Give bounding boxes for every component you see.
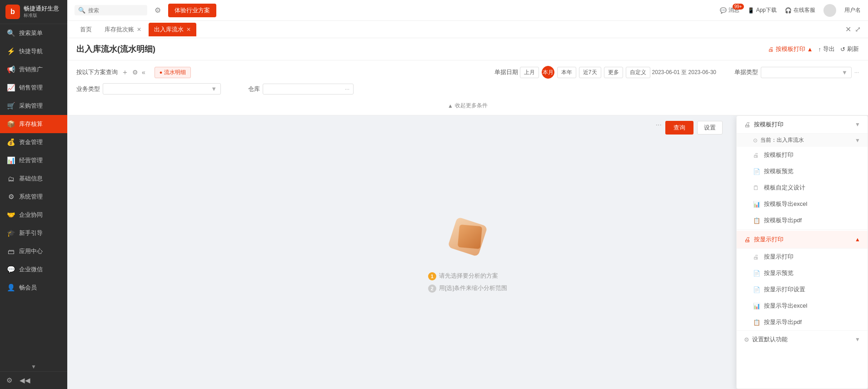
sidebar-item-collab[interactable]: 🤝 企业协同	[0, 206, 67, 224]
sidebar-item-quick-nav[interactable]: ⚡ 快捷导航	[0, 42, 67, 60]
dp-display-print-settings[interactable]: 📄 按显示打印设置	[737, 281, 868, 298]
online-service-button[interactable]: 🎧 在线客服	[785, 6, 815, 14]
sidebar-item-label: 搜索菜单	[19, 29, 43, 37]
warehouse-section: 仓库 ···	[248, 84, 354, 95]
maximize-window-button[interactable]: ⤢	[855, 25, 861, 34]
date-btn-last-month[interactable]: 上月	[520, 67, 539, 78]
sidebar-item-label: 基础信息	[19, 175, 43, 183]
date-btn-more[interactable]: 更多	[604, 67, 623, 78]
template-print-section-header[interactable]: 🖨 按模板打印 ▼	[737, 116, 868, 134]
dp-template-print[interactable]: 🖨 按模板打印	[737, 147, 868, 163]
set-default-function-button[interactable]: ⚙ 设置默认功能 ▼	[737, 330, 868, 348]
dp-divider	[737, 229, 868, 230]
sidebar-item-membership[interactable]: 👤 畅会员	[0, 279, 67, 297]
online-service-label: 在线客服	[793, 6, 815, 14]
tab-batch-account[interactable]: 库存批次账 ✕	[99, 23, 147, 36]
more-options-icon[interactable]: ···	[656, 121, 662, 135]
date-btn-this-month[interactable]: 本月	[542, 66, 554, 79]
marketing-icon: 📢	[6, 65, 15, 74]
display-print-section-header[interactable]: 🖨 按显示打印 ▲	[737, 231, 868, 249]
user-avatar[interactable]	[823, 4, 836, 17]
dp-display-export-excel[interactable]: 📊 按显示导出excel	[737, 298, 868, 314]
print-template-button[interactable]: 🖨 按模板打印 ▲	[768, 45, 813, 53]
add-scheme-button[interactable]: ＋	[121, 68, 129, 77]
dp-template-export-excel[interactable]: 📊 按模板导出excel	[737, 196, 868, 212]
sidebar-item-system[interactable]: ⚙ 系统管理	[0, 188, 67, 206]
collapse-sidebar-icon[interactable]: ◀◀	[20, 376, 30, 384]
set-default-label: 设置默认功能	[752, 335, 788, 344]
system-icon: ⚙	[6, 193, 15, 201]
date-btn-this-year[interactable]: 本年	[557, 67, 576, 78]
message-badge: 99+	[733, 4, 744, 10]
warehouse-select[interactable]: ···	[263, 84, 354, 95]
operations-icon: 📊	[6, 156, 15, 165]
doc-type-select[interactable]: ▼	[761, 67, 852, 78]
settings-bottom-icon[interactable]: ⚙	[6, 376, 12, 384]
sidebar-item-purchase[interactable]: 🛒 采购管理	[0, 97, 67, 115]
dp-display-export-excel-label: 按显示导出excel	[764, 302, 807, 310]
dp-display-export-pdf-label: 按显示导出pdf	[764, 318, 802, 326]
print-dropdown-panel: 🖨 按模板打印 ▼ ⊙ 当前：出入库流水 ▼ 🖨 按模板打印	[736, 115, 868, 389]
sidebar-item-search[interactable]: 🔍 搜索菜单	[0, 24, 67, 42]
dp-template-export-pdf[interactable]: 📋 按模板导出pdf	[737, 212, 868, 229]
current-template-info: ⊙ 当前：出入库流水	[753, 136, 804, 144]
display-print-section-title: 按显示打印	[754, 235, 783, 244]
purchase-icon: 🛒	[6, 102, 15, 110]
warehouse-more-icon[interactable]: ···	[345, 86, 349, 92]
dp-template-custom-icon: 🗒	[753, 185, 760, 191]
sidebar-item-wechat[interactable]: 💬 企业微信	[0, 260, 67, 279]
export-button[interactable]: ↑ 导出	[818, 45, 835, 53]
refresh-button[interactable]: ↺ 刷新	[840, 45, 859, 53]
empty-state: 1 请先选择要分析的方案 2 用[选]条件来缩小分析范围	[428, 212, 507, 293]
sidebar-item-app-center[interactable]: 🗃 应用中心	[0, 242, 67, 260]
message-button[interactable]: 💬 消息 99+	[720, 6, 739, 14]
header-settings-icon[interactable]: ⚙	[155, 6, 161, 15]
step-2-text: 用[选]条件来缩小分析范围	[439, 284, 507, 292]
collapse-filter-button[interactable]: ▲ 收起更多条件	[76, 99, 859, 110]
dp-template-custom[interactable]: 🗒 模板自定义设计	[737, 180, 868, 196]
sidebar-item-guide[interactable]: 🎓 新手引导	[0, 224, 67, 242]
sidebar-item-finance[interactable]: 💰 资金管理	[0, 133, 67, 151]
print-icon: 🖨	[768, 46, 774, 53]
doc-type-section: 单据类型 ▼ ···	[734, 67, 859, 78]
settings-data-button[interactable]: 设置	[697, 121, 723, 135]
header-search-box[interactable]: 🔍	[75, 5, 147, 15]
dp-display-preview[interactable]: 📄 按显示预览	[737, 265, 868, 281]
dp-template-export-pdf-icon: 📋	[753, 217, 760, 224]
query-data-button[interactable]: 查询	[665, 121, 693, 135]
close-window-button[interactable]: ✕	[845, 25, 851, 34]
app-logo: b 畅捷通好生意 标准版	[0, 0, 67, 24]
doc-type-more-icon[interactable]: ···	[854, 69, 859, 75]
sidebar-item-operations[interactable]: 📊 经营管理	[0, 151, 67, 170]
sidebar-scroll-down[interactable]: ▼	[0, 362, 67, 371]
empty-step-2: 2 用[选]条件来缩小分析范围	[428, 284, 507, 293]
business-type-select[interactable]: ▼	[103, 83, 221, 95]
sidebar-item-label: 营销推广	[19, 65, 43, 74]
export-icon: ↑	[818, 46, 822, 53]
date-btn-custom[interactable]: 自定义	[626, 67, 650, 78]
search-input[interactable]	[88, 7, 144, 14]
sidebar-item-label: 新手引导	[19, 229, 43, 237]
dp-display-export-excel-icon: 📊	[753, 303, 760, 309]
sidebar-item-inventory[interactable]: 📦 库存核算	[0, 115, 67, 133]
sidebar-item-basic-info[interactable]: 🗂 基础信息	[0, 170, 67, 188]
sidebar-item-marketing[interactable]: 📢 营销推广	[0, 60, 67, 79]
tab-batch-account-close-icon[interactable]: ✕	[137, 26, 141, 33]
dp-display-print[interactable]: 🖨 按显示打印	[737, 249, 868, 265]
dp-template-preview[interactable]: 📄 按模板预览	[737, 163, 868, 180]
tab-home[interactable]: 首页	[75, 23, 97, 36]
industry-solution-button[interactable]: 体验行业方案	[168, 4, 216, 17]
tab-flow-detail-close-icon[interactable]: ✕	[186, 26, 191, 33]
scheme-settings-icon[interactable]: ⚙	[132, 69, 138, 76]
app-download-button[interactable]: 📱 App下载	[748, 6, 777, 14]
sidebar-item-label: 应用中心	[19, 247, 43, 255]
sidebar-item-sales[interactable]: 📈 销售管理	[0, 79, 67, 97]
scheme-selector: 按以下方案查询 ＋ ⚙ «	[76, 68, 145, 77]
scheme-collapse-icon[interactable]: «	[142, 69, 145, 76]
dp-display-preview-icon: 📄	[753, 270, 760, 277]
sidebar-item-label: 资金管理	[19, 138, 43, 146]
date-btn-7days[interactable]: 近7天	[579, 67, 601, 78]
dp-display-export-pdf[interactable]: 📋 按显示导出pdf	[737, 314, 868, 330]
dp-display-preview-label: 按显示预览	[764, 269, 793, 277]
tab-flow-detail[interactable]: 出入库流水 ✕	[149, 23, 196, 36]
